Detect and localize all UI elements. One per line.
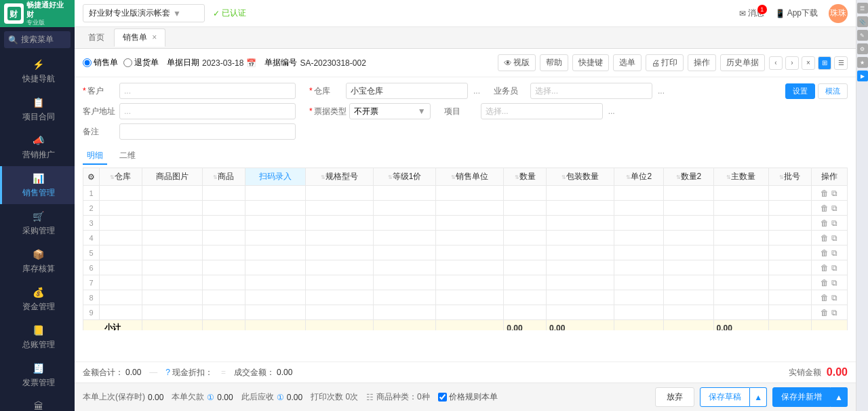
row-delete-icon[interactable]: 🗑 [821,278,829,288]
row-warehouse[interactable] [100,246,142,260]
sidebar-item-quick-nav[interactable]: ⚡ 快捷导航 [0,52,75,90]
row-pack-qty[interactable] [547,305,614,320]
row-batch[interactable] [768,260,811,275]
row-delete-icon[interactable]: 🗑 [821,308,829,317]
row-warehouse[interactable] [100,275,142,290]
calendar-icon[interactable]: 📅 [246,58,256,68]
row-pack-qty[interactable] [547,275,614,290]
row-spec[interactable] [305,305,373,320]
right-panel-icon-5[interactable]: ★ [857,57,868,68]
row-pack-qty[interactable] [547,201,614,216]
row-quantity[interactable] [504,305,547,320]
row-price1[interactable] [374,246,436,260]
row-scan-entry[interactable] [245,216,305,231]
row-sales-unit[interactable] [436,216,504,231]
list-view-icon[interactable]: ☰ [834,56,848,70]
row-quantity[interactable] [504,216,547,231]
grid-view-icon[interactable]: ⊞ [818,56,831,70]
sidebar-item-accounting[interactable]: 📒 总账管理 [0,318,75,356]
row-main-qty[interactable] [713,216,768,231]
row-delete-icon[interactable]: 🗑 [821,233,829,243]
app-download-button[interactable]: 📱 App下载 [775,7,818,19]
row-sales-unit[interactable] [436,201,504,216]
user-avatar[interactable]: 珠珠 [829,4,848,23]
row-qty2[interactable] [664,290,713,305]
right-panel-icon-4[interactable]: ⚙ [857,43,868,54]
row-pack-qty[interactable] [547,216,614,231]
customer-addr-input[interactable]: ... [119,103,296,119]
row-main-qty[interactable] [713,275,768,290]
row-batch[interactable] [768,246,811,260]
row-price1[interactable] [374,305,436,320]
row-qty2[interactable] [664,231,713,246]
row-main-qty[interactable] [713,305,768,320]
sidebar-item-capital[interactable]: 💰 资金管理 [0,280,75,318]
row-spec[interactable] [305,260,373,275]
flow-button[interactable]: 模流 [818,83,848,99]
row-spec[interactable] [305,290,373,305]
sidebar-item-tax[interactable]: 🏛 税务管理 [0,394,75,411]
table-scroll[interactable]: ⚙ ⇅仓库 商品图片 ⇅商品 扫码录入 ⇅规格型号 ⇅等级1价 ⇅销售单位 ⇅数… [83,168,848,330]
operations-button[interactable]: 操作 [688,54,716,71]
row-warehouse[interactable] [100,290,142,305]
row-scan-entry[interactable] [245,246,305,260]
row-product-image[interactable] [142,290,202,305]
search-menu-button[interactable]: 🔍 搜索菜单 [4,31,71,48]
row-scan-entry[interactable] [245,290,305,305]
row-product[interactable] [202,260,245,275]
row-scan-entry[interactable] [245,305,305,320]
row-product-image[interactable] [142,246,202,260]
row-sales-unit[interactable] [436,231,504,246]
row-unit2[interactable] [614,216,664,231]
row-price1[interactable] [374,231,436,246]
row-batch[interactable] [768,216,811,231]
row-unit2[interactable] [614,246,664,260]
tab-sales-order[interactable]: 销售单 × [114,28,165,47]
row-scan-entry[interactable] [245,201,305,216]
row-quantity[interactable] [504,246,547,260]
select-button[interactable]: 选单 [613,54,642,71]
return-order-radio[interactable]: 退货单 [123,57,159,68]
row-copy-icon[interactable]: ⧉ [831,308,837,317]
row-copy-icon[interactable]: ⧉ [831,263,837,273]
row-delete-icon[interactable]: 🗑 [821,218,829,228]
save-new-arrow-button[interactable]: ▲ [831,387,848,407]
message-button[interactable]: ✉ 消息 1 [739,7,764,19]
row-sales-unit[interactable] [436,275,504,290]
row-qty2[interactable] [664,260,713,275]
row-batch[interactable] [768,186,811,201]
row-price1[interactable] [374,275,436,290]
row-main-qty[interactable] [713,246,768,260]
row-quantity[interactable] [504,186,547,201]
row-price1[interactable] [374,186,436,201]
row-quantity[interactable] [504,260,547,275]
abandon-button[interactable]: 放弃 [655,387,694,407]
row-main-qty[interactable] [713,186,768,201]
row-price1[interactable] [374,216,436,231]
company-selector[interactable]: 好业财专业版演示帐套 ▼ [83,4,205,22]
row-qty2[interactable] [664,246,713,260]
tab-detail[interactable]: 明细 [83,148,107,165]
row-batch[interactable] [768,305,811,320]
row-price1[interactable] [374,260,436,275]
help-circle-icon[interactable]: ? [165,368,170,377]
row-copy-icon[interactable]: ⧉ [831,189,837,198]
right-panel-icon-blue[interactable]: ▶ [857,71,868,81]
save-new-button[interactable]: 保存并新增 [772,387,831,407]
row-copy-icon[interactable]: ⧉ [831,248,837,258]
salesperson-input[interactable]: 选择... [530,83,652,99]
project-input[interactable]: 选择... [481,103,603,119]
row-product-image[interactable] [142,201,202,216]
row-product-image[interactable] [142,216,202,231]
tab-2d[interactable]: 二维 [115,148,140,165]
row-product[interactable] [202,290,245,305]
row-spec[interactable] [305,275,373,290]
row-copy-icon[interactable]: ⧉ [831,218,837,228]
next-arrow[interactable]: › [785,56,799,70]
sidebar-item-project-contract[interactable]: 📋 项目合同 [0,90,75,128]
row-qty2[interactable] [664,216,713,231]
save-draft-arrow-button[interactable]: ▲ [750,387,767,407]
right-panel-icon-1[interactable]: ☰ [857,3,868,14]
row-warehouse[interactable] [100,216,142,231]
row-spec[interactable] [305,186,373,201]
